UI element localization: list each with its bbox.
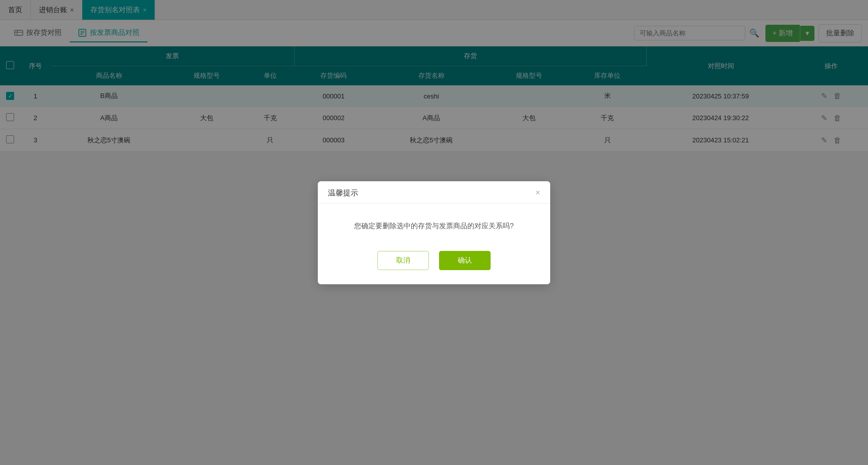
modal-overlay: 温馨提示 × 您确定要删除选中的存货与发票商品的对应关系吗? 取消 确认 [0,0,868,151]
